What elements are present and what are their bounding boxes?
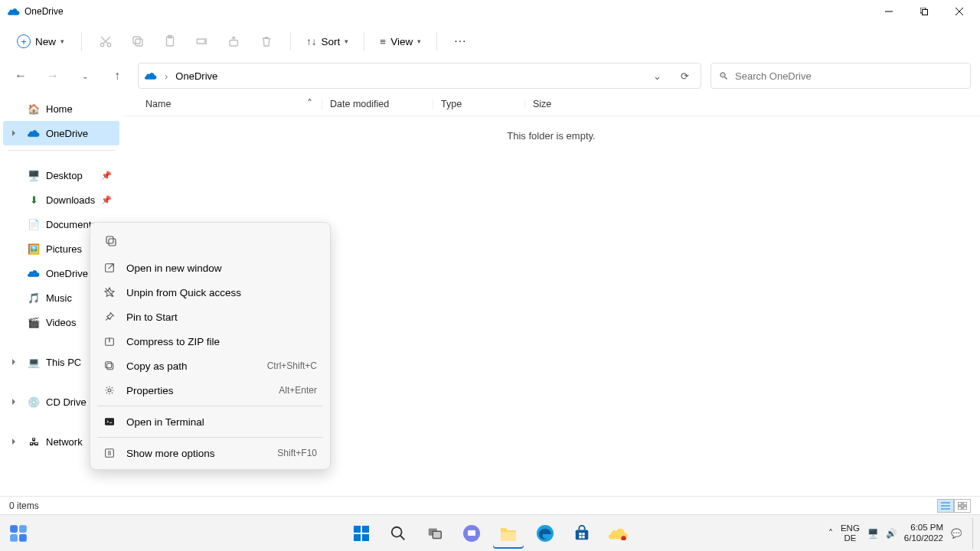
- close-button[interactable]: [942, 0, 977, 23]
- thumbnails-view-button[interactable]: [954, 499, 971, 513]
- paste-icon[interactable]: [155, 28, 185, 54]
- notifications-button[interactable]: 💬: [951, 528, 962, 539]
- ctx-open-terminal[interactable]: Open in Terminal: [94, 409, 326, 434]
- sidebar-item-label: Network: [46, 436, 83, 448]
- new-button[interactable]: + New ▾: [9, 28, 72, 54]
- up-button[interactable]: ↑: [106, 64, 129, 87]
- chevron-down-icon: ▾: [345, 37, 348, 45]
- videos-icon: 🎬: [28, 316, 40, 328]
- ctx-pin-to-start[interactable]: Pin to Start: [94, 305, 326, 329]
- svg-rect-41: [576, 530, 589, 540]
- ctx-compress-zip[interactable]: Compress to ZIP file: [94, 329, 326, 354]
- chat-button[interactable]: [456, 518, 487, 549]
- ctx-open-new-window[interactable]: Open in new window: [94, 256, 326, 280]
- cut-icon[interactable]: [91, 28, 120, 54]
- titlebar: OneDrive: [0, 0, 980, 23]
- sidebar-item-downloads[interactable]: ⬇ Downloads 📌: [3, 187, 119, 212]
- address-bar[interactable]: › OneDrive ⌄ ⟳: [138, 63, 701, 89]
- location-cloud-icon: [145, 71, 157, 80]
- address-dropdown-button[interactable]: ⌄: [647, 70, 667, 82]
- ctx-shortcut: Alt+Enter: [279, 385, 317, 396]
- view-button[interactable]: ≡ View ▾: [374, 28, 427, 54]
- sidebar-item-onedrive[interactable]: OneDrive: [3, 121, 119, 145]
- column-header-date[interactable]: Date modified: [322, 99, 433, 109]
- music-icon: 🎵: [28, 292, 40, 304]
- clock-date: 6/10/2022: [904, 533, 943, 544]
- sidebar-item-label: OneDrive: [46, 128, 88, 139]
- svg-rect-45: [582, 536, 584, 538]
- breadcrumb-location[interactable]: OneDrive: [175, 70, 217, 82]
- edge-button[interactable]: [530, 518, 560, 549]
- delete-icon[interactable]: [252, 28, 281, 54]
- search-box[interactable]: 🔍︎: [710, 63, 971, 89]
- downloads-icon: ⬇: [28, 194, 40, 206]
- onedrive-cloud-icon: [28, 267, 40, 279]
- onedrive-taskbar-button[interactable]: [603, 518, 634, 549]
- column-header-type[interactable]: Type: [433, 99, 524, 109]
- new-label: New: [35, 36, 56, 47]
- search-icon: 🔍︎: [719, 70, 729, 82]
- show-desktop-button[interactable]: [972, 518, 975, 549]
- context-menu-icon-row: [94, 227, 326, 256]
- terminal-icon: [103, 416, 116, 428]
- recent-locations-button[interactable]: ⌄: [74, 64, 96, 87]
- more-button[interactable]: ···: [446, 34, 474, 48]
- task-view-button[interactable]: [420, 518, 450, 549]
- column-header-name[interactable]: Name: [122, 99, 322, 109]
- file-explorer-button[interactable]: [493, 518, 524, 549]
- store-button[interactable]: [567, 518, 597, 549]
- svg-rect-27: [19, 525, 27, 533]
- forward-button[interactable]: →: [41, 64, 64, 87]
- network-tray-icon[interactable]: 🖥️: [867, 528, 878, 539]
- svg-point-34: [392, 527, 402, 536]
- widgets-button[interactable]: [3, 518, 34, 549]
- copy-icon[interactable]: [123, 28, 152, 54]
- sort-button[interactable]: ↑↓ Sort ▾: [300, 28, 354, 54]
- svg-rect-20: [105, 418, 114, 425]
- ctx-label: Copy as path: [126, 360, 256, 372]
- tray-overflow-button[interactable]: ˄: [828, 528, 833, 539]
- start-button[interactable]: [346, 518, 377, 549]
- system-tray: ˄ ENG DE 🖥️ 🔊 6:05 PM 6/10/2022 💬: [828, 518, 980, 549]
- ctx-label: Compress to ZIP file: [126, 336, 317, 347]
- pin-icon: 📌: [101, 195, 112, 205]
- svg-rect-43: [582, 533, 584, 535]
- minimize-button[interactable]: [871, 0, 906, 23]
- column-header-size[interactable]: Size: [524, 99, 586, 109]
- back-button[interactable]: ←: [9, 64, 32, 87]
- sidebar-item-label: Music: [46, 292, 72, 304]
- ctx-unpin-quick-access[interactable]: Unpin from Quick access: [94, 280, 326, 305]
- ctx-copy-as-path[interactable]: Copy as path Ctrl+Shift+C: [94, 354, 326, 378]
- sort-icon: ↑↓: [306, 36, 317, 47]
- svg-rect-36: [433, 531, 441, 538]
- clock[interactable]: 6:05 PM 6/10/2022: [904, 523, 943, 544]
- sidebar-item-home[interactable]: 🏠 Home: [3, 96, 119, 121]
- rename-icon[interactable]: [188, 28, 217, 54]
- column-headers: Name Date modified Type Size: [122, 92, 980, 116]
- search-taskbar-button[interactable]: [383, 518, 413, 549]
- desktop-icon: 🖥️: [28, 169, 40, 181]
- network-icon: 🖧: [28, 435, 40, 448]
- volume-tray-icon[interactable]: 🔊: [886, 528, 897, 539]
- item-count: 0 items: [9, 500, 39, 511]
- view-label: View: [390, 36, 413, 47]
- maximize-button[interactable]: [906, 0, 942, 23]
- svg-rect-24: [958, 507, 962, 510]
- details-view-button[interactable]: [937, 499, 954, 513]
- toolbar-separator: [290, 32, 291, 51]
- refresh-button[interactable]: ⟳: [675, 70, 694, 82]
- copy-path-icon: [103, 360, 116, 372]
- svg-rect-22: [958, 502, 962, 505]
- sidebar-item-desktop[interactable]: 🖥️ Desktop 📌: [3, 163, 119, 187]
- language-indicator[interactable]: ENG DE: [841, 523, 860, 543]
- svg-rect-32: [354, 534, 361, 541]
- sidebar-item-label: This PC: [46, 357, 81, 368]
- svg-rect-26: [10, 525, 18, 533]
- ctx-show-more-options[interactable]: Show more options Shift+F10: [94, 441, 326, 465]
- search-input[interactable]: [735, 70, 962, 82]
- share-icon[interactable]: [220, 28, 249, 54]
- window-title: OneDrive: [24, 6, 64, 17]
- ctx-properties[interactable]: Properties Alt+Enter: [94, 378, 326, 403]
- unpin-icon: [103, 286, 116, 298]
- copy-icon[interactable]: [99, 229, 123, 253]
